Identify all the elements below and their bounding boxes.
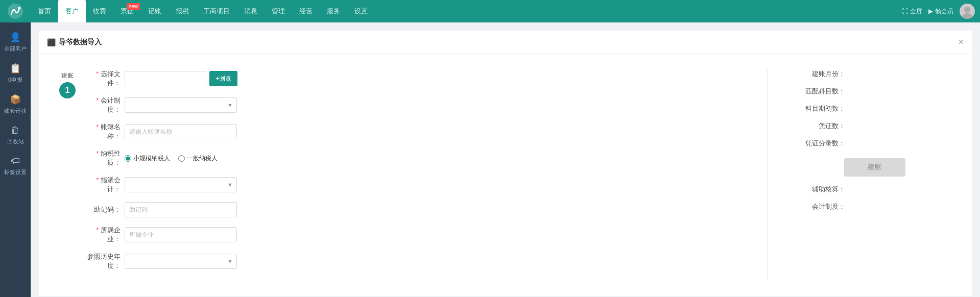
match-subjects-row: 匹配科目数： (798, 87, 951, 96)
accountant-select-wrapper: ▼ (125, 177, 237, 192)
svg-point-1 (18, 7, 21, 10)
period-init-label: 科目期初数： (798, 104, 849, 113)
sidebar-item-declaration[interactable]: 📋 0申报 (0, 58, 31, 89)
small-taxpayer-radio[interactable] (125, 155, 131, 162)
form-area: 建账 1 选择文件： +浏览 (39, 54, 972, 294)
company-label: 所属企业： (84, 226, 125, 244)
sidebar-item-recycle[interactable]: 🗑 回收站 (0, 120, 31, 151)
sidebar-item-tags[interactable]: 🏷 标签设置 (0, 151, 31, 181)
tax-type-label: 纳税性质： (84, 149, 125, 167)
top-nav: 首页 客户 收费 票据 new 记账 报税 工商项目 消息 管理 经营 服务 设… (0, 0, 980, 22)
general-taxpayer-option[interactable]: 一般纳税人 (178, 154, 218, 163)
close-button[interactable]: × (958, 37, 964, 47)
sidebar: 👤 全部客户 📋 0申报 📦 账套迁移 🗑 回收站 🏷 标签设置 (0, 22, 31, 297)
migration-icon: 📦 (10, 94, 21, 105)
recycle-icon: 🗑 (11, 125, 20, 136)
new-badge: new (127, 3, 140, 10)
nav-item-manage[interactable]: 管理 (265, 0, 292, 22)
nav-right: ⛶ 全屏 ▶ 畅会员 (902, 4, 975, 19)
logo (5, 1, 26, 21)
vouchers-label: 凭证数： (798, 121, 849, 131)
vertical-divider (767, 69, 768, 279)
small-taxpayer-option[interactable]: 小规模纳税人 (125, 154, 170, 163)
history-year-row: 参照历史年度： ▼ (84, 252, 237, 270)
vip-icon: ▶ (928, 8, 933, 15)
right-accounting-system-row: 会计制度： (798, 202, 951, 211)
form-fields: 选择文件： +浏览 会计制度： (84, 69, 237, 279)
nav-item-fee[interactable]: 收费 (86, 0, 113, 22)
company-input[interactable] (125, 227, 237, 242)
sidebar-item-all-customers[interactable]: 👤 全部客户 (0, 27, 31, 58)
build-month-row: 建账月份： (798, 69, 951, 79)
history-year-label: 参照历史年度： (84, 252, 125, 270)
form-left: 建账 1 选择文件： +浏览 (59, 69, 736, 279)
history-year-select-wrapper: ▼ (125, 254, 237, 269)
dialog-title-icon: ⬛ (47, 38, 56, 46)
nav-items: 首页 客户 收费 票据 new 记账 报税 工商项目 消息 管理 经营 服务 设… (31, 0, 902, 22)
main-content: ⬛ 导爷数据导入 × 建账 1 (31, 22, 980, 297)
declaration-icon: 📋 (10, 63, 21, 74)
nav-item-home[interactable]: 首页 (31, 0, 58, 22)
nav-item-operation[interactable]: 经营 (292, 0, 320, 22)
tax-type-row: 纳税性质： 小规模纳税人 一般纳税人 (84, 149, 237, 167)
memo-input[interactable] (125, 202, 237, 217)
accountant-row: 指派会计： ▼ (84, 176, 237, 194)
vip-btn[interactable]: ▶ 畅会员 (928, 7, 953, 16)
general-taxpayer-radio[interactable] (178, 155, 185, 162)
right-fields: 建账月份： 匹配科目数： 科目期初数： 凭证数： (798, 69, 951, 211)
build-account-button[interactable]: 建账 (844, 158, 905, 177)
sidebar-item-migration[interactable]: 📦 账套迁移 (0, 89, 31, 120)
ledger-name-row: 账簿名称： (84, 122, 237, 141)
dialog-header: ⬛ 导爷数据导入 × (39, 31, 972, 54)
ledger-name-label: 账簿名称： (84, 122, 125, 141)
accountant-label: 指派会计： (84, 176, 125, 194)
nav-item-tax[interactable]: 报税 (169, 0, 196, 22)
fullscreen-icon: ⛶ (902, 8, 908, 15)
layout: 👤 全部客户 📋 0申报 📦 账套迁移 🗑 回收站 🏷 标签设置 ⬛ 导爷数据导… (0, 22, 980, 297)
period-init-row: 科目期初数： (798, 104, 951, 113)
nav-item-ticket[interactable]: 票据 new (113, 0, 141, 22)
accounting-system-label: 会计制度： (84, 96, 125, 114)
vouchers-row: 凭证数： (798, 121, 951, 131)
file-input[interactable] (125, 71, 206, 86)
form-right: 建账月份： 匹配科目数： 科目期初数： 凭证数： (798, 69, 951, 279)
svg-point-3 (962, 13, 972, 19)
voucher-entries-label: 凭证分录数： (798, 139, 849, 148)
nav-item-customer[interactable]: 客户 (58, 0, 86, 22)
file-input-group: +浏览 (125, 71, 237, 86)
tax-type-radio-group: 小规模纳税人 一般纳税人 (125, 154, 218, 163)
match-subjects-label: 匹配科目数： (798, 87, 849, 96)
file-row: 选择文件： +浏览 (84, 69, 237, 88)
nav-item-bookkeeping[interactable]: 记账 (141, 0, 169, 22)
nav-item-message[interactable]: 消息 (237, 0, 265, 22)
company-row: 所属企业： (84, 226, 237, 244)
svg-point-2 (964, 7, 970, 13)
general-taxpayer-label: 一般纳税人 (187, 154, 218, 163)
nav-item-business[interactable]: 工商项目 (196, 0, 237, 22)
ledger-name-input[interactable] (125, 124, 237, 139)
accounting-system-row: 会计制度： ▼ (84, 96, 237, 114)
small-taxpayer-label: 小规模纳税人 (133, 154, 170, 163)
dialog-container: ⬛ 导爷数据导入 × 建账 1 (39, 31, 972, 296)
nav-item-settings[interactable]: 设置 (347, 0, 375, 22)
step-label: 建账 (59, 71, 76, 80)
fullscreen-btn[interactable]: ⛶ 全屏 (902, 7, 922, 16)
nav-item-service[interactable]: 服务 (320, 0, 347, 22)
file-label: 选择文件： (84, 69, 125, 88)
history-year-select[interactable] (125, 254, 237, 269)
accountant-select[interactable] (125, 177, 237, 192)
tags-icon: 🏷 (11, 156, 20, 166)
memo-row: 助记码： (84, 202, 237, 217)
aux-account-label: 辅助核算： (798, 185, 849, 194)
accounting-system-select[interactable] (125, 97, 237, 113)
all-customers-icon: 👤 (10, 32, 21, 43)
build-month-label: 建账月份： (798, 69, 849, 79)
browse-button[interactable]: +浏览 (209, 71, 237, 86)
aux-account-row: 辅助核算： (798, 185, 951, 194)
accounting-system-select-wrapper: ▼ (125, 97, 237, 113)
avatar[interactable] (960, 4, 975, 19)
step-circle: 1 (59, 82, 76, 98)
voucher-entries-row: 凭证分录数： (798, 139, 951, 148)
dialog-title: ⬛ 导爷数据导入 (47, 38, 102, 47)
right-accounting-system-label: 会计制度： (798, 202, 849, 211)
